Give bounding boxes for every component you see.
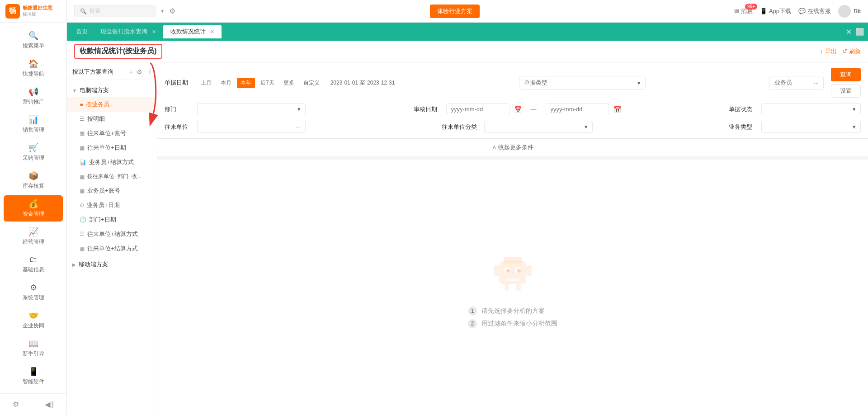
- bill-status-select[interactable]: ▾: [761, 103, 861, 115]
- sidebar-item-label: 新手引导: [23, 350, 44, 358]
- sidebar-item-inventory[interactable]: 📦 库存核算: [0, 166, 66, 194]
- search-icon: 🔍: [28, 31, 38, 41]
- step-2-text: 用过滤条件来缩小分析范围: [481, 320, 557, 328]
- tree-item-label: 业务员+账号: [87, 187, 120, 195]
- sidebar-item-wechat[interactable]: 💬 企业微信: [0, 390, 66, 393]
- tree-item-salesman-date[interactable]: ⊙ 业务员+日期: [67, 198, 157, 212]
- tree-item-partner-settle1[interactable]: ☰ 往来单位+结算方式: [67, 227, 157, 241]
- sidebar-settings-icon[interactable]: ⚙: [9, 398, 23, 410]
- date-range: 2023-01-01 至 2023-12-31: [330, 79, 395, 87]
- sidebar-item-hardware[interactable]: 📱 智能硬件: [0, 362, 66, 390]
- salesman-select[interactable]: 业务员 ···: [769, 76, 824, 90]
- date-from: 2023-01-01: [330, 80, 358, 86]
- online-service-button[interactable]: 💬 在线客服: [798, 7, 831, 15]
- last-month-btn[interactable]: 上月: [197, 78, 215, 88]
- avatar: [838, 5, 851, 18]
- sidebar: 畅 畅捷通好生意 标准版 🔍 搜索菜单 🏠 快捷导航 📢 营销推广 📊 销售管理…: [0, 0, 67, 415]
- more-date-btn[interactable]: 更多: [280, 78, 298, 88]
- app-icon: 📱: [760, 8, 767, 14]
- last-7-days-btn[interactable]: 近7天: [257, 78, 278, 88]
- tree-item-salesman-account[interactable]: ▦ 业务员+账号: [67, 184, 157, 198]
- query-button[interactable]: 查询: [831, 68, 861, 81]
- tree-arrow-icon: ▼: [72, 88, 77, 93]
- bill-type-select[interactable]: 单据类型 ▾: [519, 76, 646, 90]
- tree-group-desktop-label[interactable]: ▼ 电脑端方案: [67, 84, 157, 97]
- date-to: 2023-12-31: [367, 80, 395, 86]
- search-placeholder: 搜索: [90, 7, 100, 15]
- collapse-more-conditions[interactable]: ∧ 收起更多条件: [157, 139, 868, 156]
- sidebar-item-operations[interactable]: 📈 经营管理: [0, 222, 66, 250]
- tree-group-mobile-name: 移动端方案: [79, 260, 108, 269]
- logo-edition: 标准版: [23, 11, 52, 18]
- review-date-from-input[interactable]: [446, 103, 509, 115]
- tree-group-mobile-label[interactable]: ▶ 移动端方案: [67, 258, 157, 271]
- scheme-settings-icon[interactable]: ⚙: [137, 68, 142, 75]
- sidebar-item-marketing[interactable]: 📢 营销推广: [0, 82, 66, 110]
- custom-date-btn[interactable]: 自定义: [300, 78, 323, 88]
- biz-type-select[interactable]: ▾: [761, 121, 861, 133]
- tree-item-partner-date[interactable]: ▦ 往来单位+日期: [67, 141, 157, 155]
- right-panel: 单据日期 上月 本月 本年 近7天 更多 自定义 2023-01-01 至 20…: [157, 62, 868, 415]
- topbar-search[interactable]: 🔍 搜索: [74, 5, 156, 17]
- calendar-from-icon[interactable]: 📅: [514, 106, 522, 113]
- sidebar-item-system[interactable]: ⚙ 系统管理: [0, 278, 66, 306]
- search-icon-small: 🔍: [80, 8, 87, 14]
- topbar-left: 🔍 搜索 ▾ ⚙: [74, 5, 175, 17]
- window-close-icon[interactable]: ✕: [846, 28, 852, 36]
- tree-group-desktop: ▼ 电脑端方案 ● 按业务员 ☰ 按明细 ▦ 往来单位+账号: [67, 84, 157, 256]
- dept-select[interactable]: ▾: [197, 103, 306, 115]
- tab-home[interactable]: 首页: [71, 25, 93, 38]
- partner-category-select[interactable]: ▾: [484, 121, 593, 133]
- topbar-dropdown-icon[interactable]: ▾: [161, 8, 164, 14]
- sidebar-item-nav[interactable]: 🏠 快捷导航: [0, 54, 66, 82]
- topbar-gear-icon[interactable]: ⚙: [169, 7, 175, 15]
- tab-receipt[interactable]: 收款情况统计 ✕: [163, 25, 222, 38]
- export-button[interactable]: ↑ 导出: [821, 47, 837, 56]
- tree-item-salesman-settle[interactable]: 📊 业务员+结算方式: [67, 155, 157, 170]
- tree-item-partner-settle2[interactable]: ▦ 往来单位+结算方式: [67, 241, 157, 256]
- tree-item-partner-account[interactable]: ▦ 往来单位+账号: [67, 126, 157, 141]
- page-title: 收款情况统计(按业务员): [80, 47, 157, 55]
- empty-step-2: 2 用过滤条件来缩小分析范围: [468, 319, 557, 328]
- sidebar-item-label: 采购管理: [23, 154, 44, 162]
- filter-row-2: 部门 ▾ 审核日期 📅 — 📅 单据状态: [165, 103, 861, 115]
- trial-button[interactable]: 体验行业方案: [430, 5, 480, 18]
- this-month-btn[interactable]: 本月: [217, 78, 235, 88]
- tree-item-by-salesman[interactable]: ● 按业务员: [67, 97, 157, 112]
- sidebar-item-finance[interactable]: 💰 资金管理: [4, 195, 63, 222]
- message-button[interactable]: ✉ 消息 99+: [734, 7, 753, 15]
- user-area[interactable]: Rit: [838, 5, 861, 18]
- sidebar-item-purchase[interactable]: 🛒 采购管理: [0, 138, 66, 166]
- sidebar-item-search[interactable]: 🔍 搜索菜单: [0, 26, 66, 54]
- panel-title: 按以下方案查询: [72, 68, 113, 76]
- add-scheme-icon[interactable]: +: [129, 68, 133, 75]
- review-date-to-input[interactable]: [546, 103, 609, 115]
- tab-bank-close[interactable]: ✕: [152, 29, 156, 35]
- app-download-button[interactable]: 📱 App下载: [760, 7, 791, 15]
- tree-item-by-detail[interactable]: ☰ 按明细: [67, 112, 157, 126]
- sidebar-item-enterprise[interactable]: 🤝 企业协同: [0, 306, 66, 334]
- calendar-to-icon[interactable]: 📅: [613, 106, 621, 113]
- settings-button[interactable]: 设置: [831, 84, 861, 98]
- window-maximize-icon[interactable]: ⬜: [855, 28, 864, 36]
- collapse-panel-icon[interactable]: 《: [146, 68, 151, 76]
- sidebar-collapse-icon[interactable]: ◀||: [41, 398, 57, 410]
- bill-type-label: 单据类型: [524, 79, 547, 87]
- tab-receipt-close[interactable]: ✕: [210, 29, 214, 35]
- partner-account-icon: ▦: [80, 130, 85, 137]
- refresh-button[interactable]: ↺ 刷新: [842, 47, 861, 56]
- partner-settle2-icon: ▦: [80, 245, 85, 252]
- sidebar-item-sales[interactable]: 📊 销售管理: [0, 110, 66, 138]
- tree-item-partner-dept-collect[interactable]: ▦ 按往来单位+部门+收...: [67, 170, 157, 184]
- partner-more-icon[interactable]: ···: [296, 123, 301, 130]
- sidebar-item-basic[interactable]: 🗂 基础信息: [0, 250, 66, 278]
- tree-item-dept-date[interactable]: 🕐 部门+日期: [67, 212, 157, 227]
- finance-icon: 💰: [28, 199, 38, 209]
- tab-bank[interactable]: 现金银行流水查询 ✕: [93, 25, 163, 38]
- partner-settle1-icon: ☰: [80, 231, 85, 237]
- sidebar-item-guide[interactable]: 📖 新手引导: [0, 334, 66, 362]
- this-year-btn[interactable]: 本年: [237, 78, 255, 88]
- partner-select[interactable]: ···: [197, 121, 306, 133]
- filter-row-1: 单据日期 上月 本月 本年 近7天 更多 自定义 2023-01-01 至 20…: [165, 68, 861, 98]
- svg-rect-9: [505, 284, 509, 291]
